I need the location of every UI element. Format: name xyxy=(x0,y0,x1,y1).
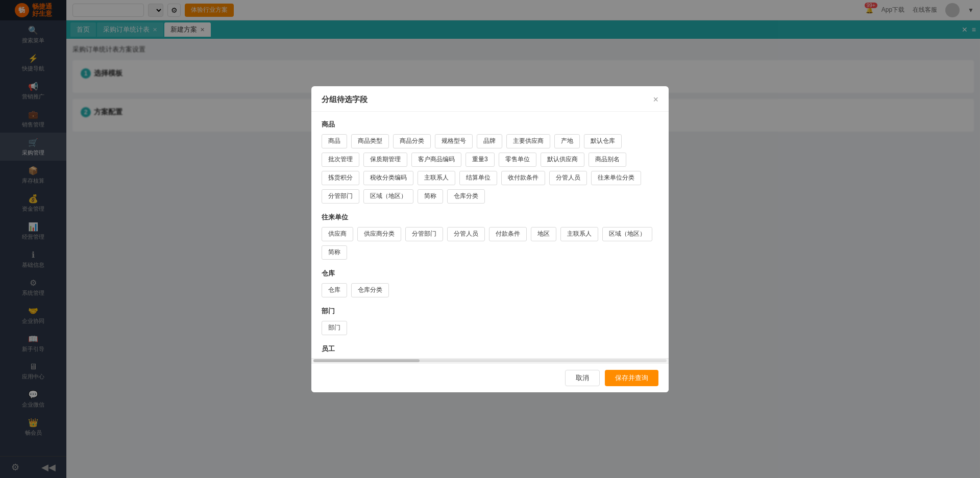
section-title-1: 往来单位 xyxy=(322,213,658,222)
field-tag-0-5[interactable]: 主要供应商 xyxy=(506,134,550,148)
scrollbar-track xyxy=(313,359,667,362)
horizontal-scrollbar[interactable] xyxy=(311,358,669,363)
field-tag-0-19[interactable]: 收付款条件 xyxy=(501,171,545,185)
field-tag-1-3[interactable]: 分管人员 xyxy=(447,227,485,241)
field-tag-0-10[interactable]: 客户商品编码 xyxy=(411,153,461,167)
field-tag-0-25[interactable]: 仓库分类 xyxy=(447,189,485,204)
field-tag-2-0[interactable]: 仓库 xyxy=(322,283,347,297)
modal-body[interactable]: 商品商品商品类型商品分类规格型号品牌主要供应商产地默认仓库批次管理保质期管理客户… xyxy=(311,112,669,359)
field-tag-0-1[interactable]: 商品类型 xyxy=(351,134,389,148)
scrollbar-thumb xyxy=(313,359,420,362)
section-title-0: 商品 xyxy=(322,120,658,129)
field-section-3: 部门部门 xyxy=(322,307,658,335)
confirm-button[interactable]: 保存并查询 xyxy=(605,370,658,386)
field-section-2: 仓库仓库仓库分类 xyxy=(322,269,658,297)
field-tag-3-0[interactable]: 部门 xyxy=(322,321,347,335)
field-selection-modal: 分组待选字段 × 商品商品商品类型商品分类规格型号品牌主要供应商产地默认仓库批次… xyxy=(311,86,669,392)
field-section-1: 往来单位供应商供应商分类分管部门分管人员付款条件地区主联系人区域（地区）简称 xyxy=(322,213,658,260)
field-tag-0-4[interactable]: 品牌 xyxy=(477,134,502,148)
field-tags-3: 部门 xyxy=(322,321,658,335)
field-tag-0-13[interactable]: 默认供应商 xyxy=(541,153,584,167)
field-tag-0-11[interactable]: 重量3 xyxy=(465,153,495,167)
field-tag-0-8[interactable]: 批次管理 xyxy=(322,153,359,167)
field-tag-0-9[interactable]: 保质期管理 xyxy=(363,153,407,167)
modal-footer: 取消 保存并查询 xyxy=(311,363,669,392)
modal-overlay: 分组待选字段 × 商品商品商品类型商品分类规格型号品牌主要供应商产地默认仓库批次… xyxy=(0,0,980,478)
field-tag-0-22[interactable]: 分管部门 xyxy=(322,189,359,204)
modal-title: 分组待选字段 xyxy=(322,95,368,105)
field-tag-0-18[interactable]: 结算单位 xyxy=(459,171,497,185)
field-tag-0-20[interactable]: 分管人员 xyxy=(549,171,587,185)
modal-close-button[interactable]: × xyxy=(653,94,658,105)
field-tag-0-23[interactable]: 区域（地区） xyxy=(363,189,413,204)
field-tag-2-1[interactable]: 仓库分类 xyxy=(351,283,389,297)
section-title-4: 员工 xyxy=(322,344,658,354)
modal-header: 分组待选字段 × xyxy=(311,86,669,112)
field-tag-1-0[interactable]: 供应商 xyxy=(322,227,353,241)
section-title-2: 仓库 xyxy=(322,269,658,278)
field-section-4: 员工业务员 xyxy=(322,344,658,359)
field-tag-1-8[interactable]: 简称 xyxy=(322,245,347,260)
field-tags-2: 仓库仓库分类 xyxy=(322,283,658,297)
field-tag-1-5[interactable]: 地区 xyxy=(531,227,556,241)
field-tag-0-12[interactable]: 零售单位 xyxy=(499,153,536,167)
field-tag-0-14[interactable]: 商品别名 xyxy=(589,153,626,167)
field-tag-1-1[interactable]: 供应商分类 xyxy=(357,227,401,241)
field-tag-1-6[interactable]: 主联系人 xyxy=(560,227,598,241)
field-tags-0: 商品商品类型商品分类规格型号品牌主要供应商产地默认仓库批次管理保质期管理客户商品… xyxy=(322,134,658,204)
field-tag-0-15[interactable]: 拣货积分 xyxy=(322,171,359,185)
field-tag-0-3[interactable]: 规格型号 xyxy=(435,134,473,148)
field-tag-0-0[interactable]: 商品 xyxy=(322,134,347,148)
field-tag-1-7[interactable]: 区域（地区） xyxy=(602,227,652,241)
field-tag-0-7[interactable]: 默认仓库 xyxy=(584,134,622,148)
field-tag-1-4[interactable]: 付款条件 xyxy=(489,227,527,241)
field-tags-1: 供应商供应商分类分管部门分管人员付款条件地区主联系人区域（地区）简称 xyxy=(322,227,658,260)
field-tag-1-2[interactable]: 分管部门 xyxy=(405,227,443,241)
field-tag-0-17[interactable]: 主联系人 xyxy=(418,171,455,185)
field-tag-0-2[interactable]: 商品分类 xyxy=(393,134,431,148)
field-tag-0-24[interactable]: 简称 xyxy=(418,189,443,204)
field-section-0: 商品商品商品类型商品分类规格型号品牌主要供应商产地默认仓库批次管理保质期管理客户… xyxy=(322,120,658,204)
section-title-3: 部门 xyxy=(322,307,658,316)
field-tag-0-6[interactable]: 产地 xyxy=(554,134,580,148)
cancel-button[interactable]: 取消 xyxy=(565,370,600,386)
field-tag-0-21[interactable]: 往来单位分类 xyxy=(591,171,641,185)
field-tag-0-16[interactable]: 税收分类编码 xyxy=(363,171,413,185)
